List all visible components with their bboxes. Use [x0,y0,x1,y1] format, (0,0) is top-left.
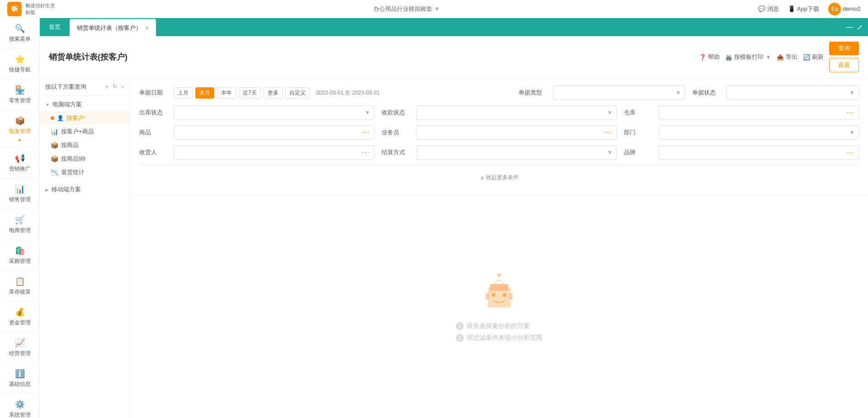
inventory-icon: 📋 [15,276,25,286]
export-icon: 📤 [777,54,784,61]
sidebar-item-label: 营销推广 [9,165,31,173]
date-range: 2023-03-01 至 2023-03-31 [316,89,380,97]
date-btn-last-7-days[interactable]: 近7天 [239,87,261,99]
sidebar-item-marketing[interactable]: 📢 营销推广 [0,148,39,179]
header-right: 💬 消息 📱 App下载 Ea demo2 [758,3,861,15]
salesperson-select[interactable]: ··· [416,125,617,140]
tree-child-return-stats[interactable]: 📉 退货统计 [40,166,130,179]
tab-home[interactable]: 首页 [40,18,70,36]
consignee-select[interactable]: ··· [174,145,374,160]
sidebar-item-label: 经营管理 [9,350,31,357]
panel-header-icons: + ↻ « [104,83,124,91]
consignee-dots-icon: ··· [362,148,370,157]
sidebar-item-label: 资金管理 [9,319,31,327]
department-select[interactable]: ▼ [658,125,859,140]
sidebar-item-finance[interactable]: 💰 资金管理 [0,302,39,332]
tree-child-by-customer-product[interactable]: 📊 按客户+商品 [40,125,130,138]
date-label: 单据日期 [139,89,166,97]
page-actions: ❓ 帮助 🖨️ 按模板打印 ▼ 📤 导出 🔄 刷新 [699,42,859,72]
tab-active[interactable]: 销货单统计表（按客户） × [70,19,156,37]
consignee-label: 收货人 [139,148,166,157]
ecommerce-icon: 🛒 [15,215,25,225]
tree-parent-mobile[interactable]: ▶ 移动端方案 [40,183,130,196]
refresh-button[interactable]: 🔄 刷新 [803,53,824,61]
content-area: 首页 销货单统计表（按客户） × — ⤢ 销货单统计表(按客户) ❓ 帮助 [40,18,868,418]
filter-area: 单据日期 上月 本月 本年 近7天 更多 自定义 2023-03-01 至 20… [130,78,868,195]
sidebar-item-label: 销售管理 [9,196,31,204]
customer-icon: 👤 [57,115,64,121]
tree-mobile: ▶ 移动端方案 [40,181,130,198]
salesperson-label: 业务员 [382,128,409,137]
filter-row-2: 出库状态 ▼ 收款状态 ▼ 仓库 [139,105,859,120]
product-icon: 📦 [51,142,58,149]
payment-status-label: 收款状态 [382,109,409,117]
date-btn-current-year[interactable]: 本年 [217,87,236,99]
split-layout: 按以下方案查询 + ↻ « ▼ 电脑端方案 [40,78,868,418]
tree-child-by-product[interactable]: 📦 按商品 [40,138,130,152]
top-header: 畅 畅捷信好生意 标版 办公用品行业模拟账套 ▼ 💬 消息 📱 App下载 Ea… [0,0,868,18]
date-btn-current-month[interactable]: 本月 [195,87,214,99]
right-panel: 单据日期 上月 本月 本年 近7天 更多 自定义 2023-03-01 至 20… [130,78,868,418]
shipping-status-select[interactable]: ▼ [174,105,374,120]
empty-tips: 1 请先选择要分析的方案 2 用过滤条件来缩小分析范围 [456,322,542,342]
tip-2: 2 用过滤条件来缩小分析范围 [456,334,542,342]
warehouse-select[interactable]: ··· [658,105,859,120]
svg-rect-5 [509,293,513,299]
sidebar-item-wholesale[interactable]: 📦 批发管理 ▲ [0,110,39,148]
search-icon: 🔍 [15,24,25,33]
chevron-down-icon[interactable]: ▼ [434,5,440,12]
brand-select[interactable]: ··· [658,145,859,160]
order-status-select[interactable]: ▼ [726,86,859,100]
sidebar-item-sales[interactable]: 📊 销售管理 [0,179,39,209]
tree-parent-desktop[interactable]: ▼ 电脑端方案 [40,98,130,111]
sidebar-item-ecommerce[interactable]: 🛒 电商管理 [0,209,39,240]
export-button[interactable]: 📤 导出 [777,53,797,61]
tree-child-label: 按客户+商品 [61,128,94,136]
sidebar-item-operations[interactable]: 📈 经营管理 [0,332,39,363]
sidebar-item-label: 系统管理 [9,411,31,418]
svg-rect-1 [490,284,508,291]
app-download-button[interactable]: 📱 App下载 [788,5,819,13]
product-label: 商品 [139,128,166,137]
sidebar-item-basic-info[interactable]: ℹ️ 基础信息 [0,363,39,394]
settings-button[interactable]: 设置 [829,58,859,72]
refresh-scheme-button[interactable]: ↻ [113,83,118,91]
sidebar: 🔍 搜索菜单 ⭐ 快捷导航 🏪 零售管理 📦 批发管理 ▲ 📢 营销推广 📊 销… [0,18,40,418]
sidebar-item-inventory[interactable]: 📋 库存核算 [0,271,39,302]
tab-bar: 首页 销货单统计表（按客户） × — ⤢ [40,18,868,36]
page-title: 销货单统计表(按客户) [49,52,127,62]
tab-close-button[interactable]: × [145,25,149,31]
tree-child-by-product-99[interactable]: 📦 按商品99 [40,152,130,166]
tree-parent-label: 移动端方案 [52,185,81,194]
sidebar-item-quick-nav[interactable]: ⭐ 快捷导航 [0,49,39,80]
date-btn-more[interactable]: 更多 [264,87,283,99]
settlement-select[interactable]: ▼ [416,145,617,160]
date-btn-custom[interactable]: 自定义 [285,87,310,99]
payment-status-select[interactable]: ▼ [416,105,617,120]
order-type-select[interactable]: ▼ [553,86,685,100]
collapse-button[interactable]: ∧ 收起更多条件 [480,170,519,185]
add-scheme-button[interactable]: + [104,83,108,91]
help-button[interactable]: ❓ 帮助 [699,53,720,61]
print-button[interactable]: 🖨️ 按模板打印 ▼ [725,53,771,61]
product-select[interactable]: ··· [174,125,374,140]
window-maximize-button[interactable]: ⤢ [857,23,863,32]
tab-label: 销货单统计表（按客户） [77,24,142,32]
user-menu[interactable]: Ea demo2 [828,3,861,15]
sidebar-item-system[interactable]: ⚙️ 系统管理 [0,394,39,418]
sidebar-item-retail[interactable]: 🏪 零售管理 [0,80,39,110]
date-btn-last-month[interactable]: 上月 [174,87,193,99]
sidebar-item-purchase[interactable]: 🛍️ 采购管理 [0,240,39,271]
empty-state: 1 请先选择要分析的方案 2 用过滤条件来缩小分析范围 [130,195,868,418]
sidebar-item-search-menu[interactable]: 🔍 搜索菜单 [0,18,39,49]
department-label: 部门 [624,128,651,137]
active-dot [51,116,54,120]
query-button[interactable]: 查询 [829,42,859,55]
page-header: 销货单统计表(按客户) ❓ 帮助 🖨️ 按模板打印 ▼ 📤 导出 [40,36,868,78]
sidebar-item-label: 搜索菜单 [9,35,31,43]
tree-child-by-customer[interactable]: 👤 按客户 [40,111,130,125]
message-button[interactable]: 💬 消息 [758,5,779,13]
sidebar-item-label: 电商管理 [9,227,31,234]
collapse-panel-button[interactable]: « [121,83,124,91]
window-minimize-button[interactable]: — [846,23,853,31]
